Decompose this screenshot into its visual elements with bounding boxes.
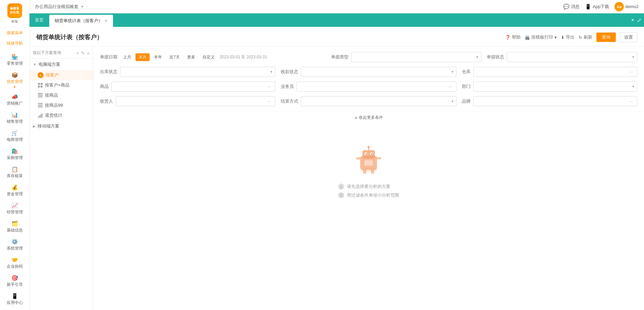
tab-sales-stats[interactable]: 销货单统计表（按客户） × xyxy=(49,15,113,27)
filter-item-warehouse: 仓库 ··· xyxy=(462,67,637,77)
sidebar-item-finance[interactable]: 💰 资金管理 xyxy=(0,182,29,200)
refresh-btn[interactable]: ↻ 刷新 xyxy=(579,34,592,40)
scheme-label-by-product-99: 按商品99 xyxy=(45,102,63,108)
out-status-label: 出库状态 xyxy=(100,69,117,75)
industry-dropdown-icon[interactable]: ▾ xyxy=(81,4,84,9)
receiver-control[interactable]: ··· xyxy=(116,96,275,106)
salesperson-control[interactable]: ··· xyxy=(297,82,456,92)
help-icon: ❓ xyxy=(505,35,511,40)
tab-minimize-icon[interactable]: × xyxy=(631,17,634,23)
message-label: 消息 xyxy=(571,4,580,10)
date-btn-current-month[interactable]: 本月 xyxy=(136,53,150,61)
filter-item-order-status: 单据状态 ▾ xyxy=(487,52,637,62)
shortcut-nav[interactable]: 快捷导航 xyxy=(0,39,29,48)
desktop-group-label: 电脑端方案 xyxy=(39,61,60,67)
settings-button[interactable]: 设置 xyxy=(620,32,637,42)
receipt-status-control[interactable]: ▾ xyxy=(301,67,456,77)
sidebar-item-enterprise[interactable]: 🤝 企业协同 xyxy=(0,254,29,272)
tab-close-icon[interactable]: × xyxy=(105,18,107,23)
department-dropdown-icon: ▾ xyxy=(632,84,634,89)
svg-rect-1 xyxy=(41,83,43,85)
edit-scheme-icon[interactable]: ✎ xyxy=(81,50,85,56)
print-btn[interactable]: 🖨️ 按模板打印 ▾ xyxy=(525,34,557,40)
sidebar-item-basic[interactable]: 🗂️ 基础信息 xyxy=(0,218,29,236)
payment-method-control[interactable]: ▾ xyxy=(301,96,456,106)
collapse-bar[interactable]: ∧ 收起更多条件 xyxy=(93,112,644,123)
order-type-control[interactable]: ▾ xyxy=(351,52,482,62)
purchase-icon: 🛍️ xyxy=(11,148,18,154)
topbar-right: 💬 消息 📱 App下载 Ea demo2 xyxy=(563,2,639,11)
filter-item-date: 单据日期 上月 本月 本年 近7天 更多 自定义 2023-03-01 至 20… xyxy=(100,53,326,61)
mobile-group-header[interactable]: ▶ 移动端方案 xyxy=(30,120,93,132)
sidebar-item-wholesale[interactable]: 📦 批发管理 ▲ xyxy=(0,69,29,91)
hint-num-1: 1 xyxy=(338,184,344,190)
department-control[interactable]: ▾ xyxy=(473,82,637,92)
scheme-item-by-customer[interactable]: ● 按客户 xyxy=(30,70,93,80)
message-btn[interactable]: 💬 消息 xyxy=(563,4,580,10)
date-btn-last-7-days[interactable]: 近7天 xyxy=(166,53,183,61)
desktop-group-header[interactable]: ▼ 电脑端方案 xyxy=(30,59,93,70)
scheme-item-return-stats[interactable]: 退货统计 xyxy=(30,110,93,120)
scheme-item-by-product-99[interactable]: 按商品99 xyxy=(30,100,93,110)
export-btn[interactable]: ⬇ 导出 xyxy=(561,34,575,40)
add-scheme-icon[interactable]: + xyxy=(76,50,79,56)
username-label: demo2 xyxy=(625,4,639,9)
scheme-item-by-product[interactable]: 按商品 xyxy=(30,90,93,100)
sidebar-item-wechat[interactable]: 💬 企业微信 xyxy=(0,308,29,310)
warehouse-dots[interactable]: ··· xyxy=(628,69,634,74)
left-panel-header: 按以下方案查询 + ✎ « xyxy=(30,47,93,59)
topbar-left: 办公用品行业模拟账套 ▾ xyxy=(35,4,84,10)
user-area[interactable]: Ea demo2 xyxy=(614,2,639,11)
svg-rect-5 xyxy=(38,95,43,96)
svg-rect-6 xyxy=(38,96,43,97)
scheme-label-by-customer: 按客户 xyxy=(46,72,59,78)
date-btn-more[interactable]: 更多 xyxy=(184,53,198,61)
system-icon: ⚙️ xyxy=(11,239,18,245)
tabbar: 首页 销货单统计表（按客户） × × ⤢ xyxy=(30,13,644,27)
collapse-panel-icon[interactable]: « xyxy=(87,50,90,56)
svg-rect-2 xyxy=(38,86,40,88)
order-type-label: 单据类型 xyxy=(331,54,348,60)
sidebar-item-inventory[interactable]: 📋 库存核算 xyxy=(0,163,29,182)
basic-icon: 🗂️ xyxy=(11,220,18,227)
sidebar-item-operations[interactable]: 📈 经营管理 xyxy=(0,200,29,218)
tab-home[interactable]: 首页 xyxy=(30,13,49,27)
svg-rect-9 xyxy=(38,106,43,107)
active-tab-label: 销货单统计表（按客户） xyxy=(55,18,103,24)
sidebar-item-newbie[interactable]: 🎯 新手引导 xyxy=(0,272,29,290)
query-button[interactable]: 查询 xyxy=(596,33,616,42)
tab-maximize-icon[interactable]: ⤢ xyxy=(637,17,641,23)
sidebar-item-system[interactable]: ⚙️ 系统管理 xyxy=(0,236,29,254)
product-control[interactable]: ··· xyxy=(111,82,275,92)
app-download-btn[interactable]: 📱 App下载 xyxy=(585,4,609,10)
help-btn[interactable]: ❓ 帮助 xyxy=(505,34,521,40)
brand-dots[interactable]: ··· xyxy=(628,99,634,104)
scheme-item-by-customer-product[interactable]: 按客户+商品 xyxy=(30,80,93,90)
sales-icon: 📊 xyxy=(11,112,18,118)
date-btn-current-year[interactable]: 本年 xyxy=(151,53,165,61)
order-status-control[interactable]: ▾ xyxy=(507,52,637,62)
filter-item-product: 商品 ··· xyxy=(100,82,275,92)
sidebar-item-marketing[interactable]: 📣 营销推广 xyxy=(0,91,29,109)
sidebar-item-app-center[interactable]: 📱 应用中心 xyxy=(0,290,29,308)
warehouse-control[interactable]: ··· xyxy=(473,67,637,77)
sidebar-item-ecommerce[interactable]: 🛒 电商管理 xyxy=(0,127,29,145)
sidebar-item-retail[interactable]: 🏪 零售管理 xyxy=(0,51,29,69)
product-dots[interactable]: ··· xyxy=(266,84,273,89)
receiver-dots[interactable]: ··· xyxy=(266,99,273,104)
sidebar-item-sales[interactable]: 📊 销售管理 xyxy=(0,109,29,127)
filter-item-order-type: 单据类型 ▾ xyxy=(331,52,482,62)
print-label: 按模板打印 xyxy=(531,34,553,40)
enterprise-icon: 🤝 xyxy=(11,257,18,263)
empty-illustration xyxy=(352,143,385,177)
retail-icon: 🏪 xyxy=(11,54,18,60)
search-menu[interactable]: 搜索菜单 xyxy=(0,28,29,39)
sidebar-item-purchase[interactable]: 🛍️ 采购管理 xyxy=(0,145,29,163)
date-btn-last-month[interactable]: 上月 xyxy=(120,53,134,61)
date-btn-custom[interactable]: 自定义 xyxy=(200,53,218,61)
sidebar-item-label-operations: 经营管理 xyxy=(7,209,23,215)
brand-control[interactable]: ··· xyxy=(473,96,637,106)
salesperson-dots[interactable]: ··· xyxy=(447,84,453,89)
svg-rect-10 xyxy=(38,116,39,118)
out-status-control[interactable]: ▾ xyxy=(120,67,275,77)
